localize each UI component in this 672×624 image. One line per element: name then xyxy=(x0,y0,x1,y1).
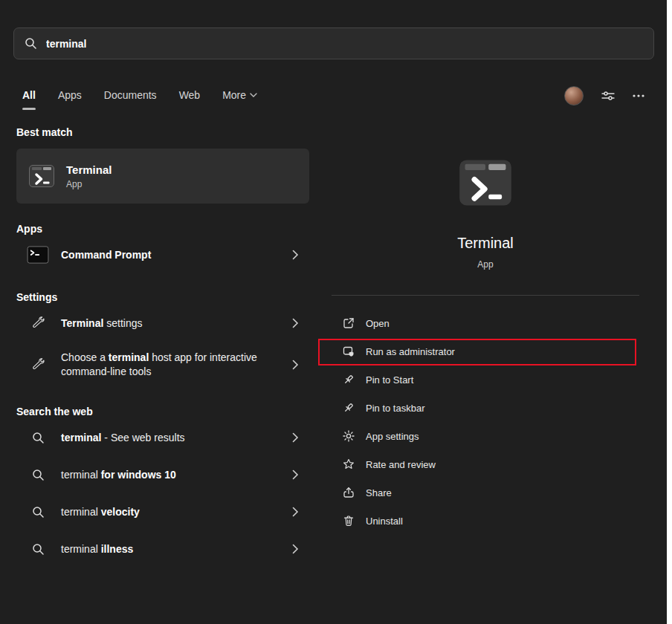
action-run-as-administrator[interactable]: Run as administrator xyxy=(318,337,653,365)
action-share[interactable]: Share xyxy=(318,478,653,507)
search-icon xyxy=(27,543,49,556)
windows-search-flyout: All Apps Documents Web More xyxy=(0,0,672,624)
result-command-prompt[interactable]: Command Prompt xyxy=(16,238,309,272)
search-input[interactable] xyxy=(46,38,643,50)
tab-all[interactable]: All xyxy=(22,89,36,103)
best-match-text: Terminal App xyxy=(66,163,112,189)
search-menu-surface: All Apps Documents Web More xyxy=(0,0,667,624)
preview-app-type: App xyxy=(477,259,493,270)
best-match-subtitle: App xyxy=(66,179,112,189)
preview-divider xyxy=(332,295,639,296)
tab-apps[interactable]: Apps xyxy=(58,89,82,103)
action-label: Open xyxy=(366,318,390,329)
search-filter-tabs: All Apps Documents Web More xyxy=(22,83,644,108)
web-suggestion-row[interactable]: terminal illness xyxy=(16,532,309,566)
web-suggestion-row[interactable]: terminal velocity xyxy=(16,495,309,529)
action-label: Rate and review xyxy=(366,459,436,470)
result-title: Choose a terminal host app for interacti… xyxy=(61,351,269,379)
context-actions-list: Open Run as administrator xyxy=(318,309,653,535)
star-icon xyxy=(343,458,355,470)
action-label: Uninstall xyxy=(366,516,403,527)
admin-shield-icon xyxy=(343,345,355,357)
preview-app-name: Terminal xyxy=(457,235,514,252)
action-label: Pin to taskbar xyxy=(366,403,425,414)
action-app-settings[interactable]: App settings xyxy=(318,422,653,450)
action-uninstall[interactable]: Uninstall xyxy=(318,507,653,535)
action-label: App settings xyxy=(366,431,419,442)
command-prompt-icon xyxy=(27,245,49,264)
result-title: Command Prompt xyxy=(61,248,151,262)
chevron-right-icon xyxy=(292,360,299,370)
chevron-down-icon xyxy=(250,93,257,97)
chevron-right-icon xyxy=(292,507,299,517)
search-icon xyxy=(27,432,49,444)
more-options-ellipsis-icon[interactable] xyxy=(633,94,644,97)
chevron-right-icon xyxy=(292,469,299,480)
best-match-result-terminal[interactable]: Terminal App xyxy=(16,149,309,204)
search-options-sliders-icon[interactable] xyxy=(601,90,615,102)
result-terminal-settings[interactable]: Terminal settings xyxy=(16,306,309,340)
web-suggestion-row[interactable]: terminal for windows 10 xyxy=(16,458,309,492)
tab-more[interactable]: More xyxy=(222,89,257,103)
search-the-web-heading: Search the web xyxy=(16,406,309,417)
best-match-title: Terminal xyxy=(66,163,112,176)
settings-heading: Settings xyxy=(16,291,309,303)
chevron-right-icon xyxy=(292,432,299,443)
result-title: Terminal settings xyxy=(61,316,142,331)
suggestion-text: terminal - See web results xyxy=(61,431,185,445)
open-external-icon xyxy=(343,317,355,329)
suggestion-text: terminal for windows 10 xyxy=(61,468,176,482)
terminal-app-icon-large xyxy=(457,155,514,211)
action-pin-to-start[interactable]: Pin to Start xyxy=(318,365,653,394)
terminal-app-icon xyxy=(28,163,55,189)
tools-icon xyxy=(27,315,49,331)
preview-panel: Terminal App Open xyxy=(318,126,653,618)
suggestion-text: terminal velocity xyxy=(61,505,140,519)
apps-heading: Apps xyxy=(16,223,309,235)
chevron-right-icon xyxy=(292,250,299,260)
result-choose-terminal-host-app[interactable]: Choose a terminal host app for interacti… xyxy=(16,343,309,386)
action-label: Pin to Start xyxy=(366,374,413,386)
chevron-right-icon xyxy=(292,544,299,554)
web-suggestion-row[interactable]: terminal - See web results xyxy=(16,420,309,455)
action-label: Share xyxy=(366,487,392,498)
pin-icon xyxy=(343,402,355,414)
results-column: Best match Terminal App Apps xyxy=(16,126,309,566)
tools-icon xyxy=(27,357,49,373)
best-match-heading: Best match xyxy=(16,126,309,138)
action-label: Run as administrator xyxy=(366,346,455,357)
action-rate-and-review[interactable]: Rate and review xyxy=(318,450,653,478)
chevron-right-icon xyxy=(292,318,299,328)
tab-web[interactable]: Web xyxy=(179,89,201,103)
tabs-right-cluster xyxy=(564,86,644,105)
trash-icon xyxy=(343,515,355,527)
tab-documents[interactable]: Documents xyxy=(104,89,157,103)
pin-icon xyxy=(343,374,355,386)
search-icon xyxy=(27,469,49,481)
action-pin-to-taskbar[interactable]: Pin to taskbar xyxy=(318,394,653,422)
action-open[interactable]: Open xyxy=(318,309,653,337)
gear-icon xyxy=(343,430,355,442)
suggestion-text: terminal illness xyxy=(61,542,133,556)
user-avatar[interactable] xyxy=(564,86,584,105)
share-icon xyxy=(343,487,355,498)
search-icon xyxy=(25,37,37,50)
search-icon xyxy=(27,506,49,519)
search-bar[interactable] xyxy=(13,27,654,59)
